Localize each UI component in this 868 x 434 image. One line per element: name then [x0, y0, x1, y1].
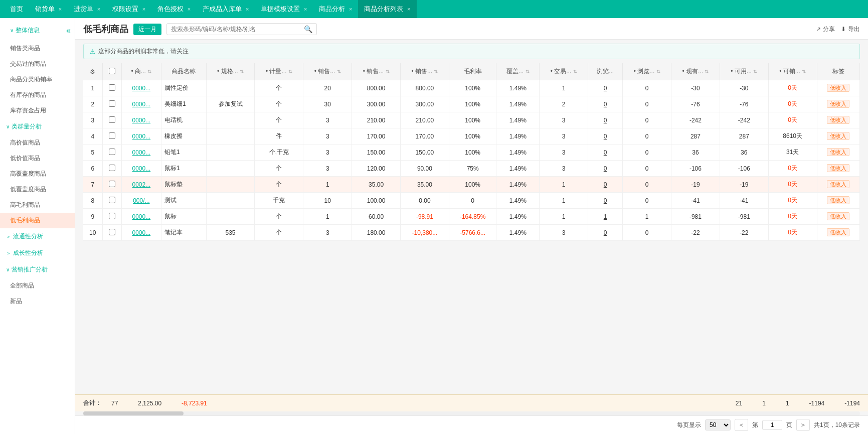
row-view1[interactable]: 0	[588, 225, 623, 241]
row-trade: 3	[540, 144, 588, 161]
page-label: 第	[752, 421, 758, 429]
row-view2: 0	[623, 112, 671, 128]
row-select-checkbox[interactable]	[109, 100, 115, 107]
close-list-icon[interactable]: ×	[407, 6, 410, 12]
close-role-icon[interactable]: ×	[188, 6, 191, 12]
row-view1[interactable]: 0	[588, 161, 623, 177]
row-view1[interactable]: 0	[588, 177, 623, 193]
row-available: -22	[720, 225, 768, 241]
row-select-checkbox[interactable]	[109, 213, 115, 219]
sidebar-item-in-stock[interactable]: 有库存的商品	[0, 87, 75, 103]
sidebar-item-high-coverage[interactable]: 高覆盖度商品	[0, 166, 75, 182]
share-button[interactable]: ↗ 分享	[816, 25, 835, 34]
col-settings[interactable]: ⚙	[83, 63, 102, 80]
close-product-icon[interactable]: ×	[246, 6, 249, 12]
sidebar-item-traded-goods[interactable]: 交易过的商品	[0, 56, 75, 72]
row-select-checkbox[interactable]	[109, 116, 115, 123]
table-body: 1 0000... 属性定价 个 20 800.00 800.00 100% 1…	[83, 80, 860, 241]
row-checkbox[interactable]	[102, 96, 121, 112]
col-checkbox[interactable]	[102, 63, 121, 80]
row-trade: 1	[540, 209, 588, 225]
table-header-row: ⚙ • 商... ⇅ 商品名称 • 规格... ⇅ • 计量... ⇅ • 销售…	[83, 63, 860, 80]
row-view1[interactable]: 0	[588, 96, 623, 112]
row-view1[interactable]: 0	[588, 80, 623, 96]
col-view1: 浏览...	[588, 63, 623, 80]
nav-sales-order[interactable]: 销货单 ×	[29, 0, 68, 18]
nav-template-settings[interactable]: 单据模板设置 ×	[255, 0, 313, 18]
sidebar-item-low-margin[interactable]: 低毛利商品	[0, 213, 75, 228]
row-select-checkbox[interactable]	[109, 197, 115, 203]
close-purchase-icon[interactable]: ×	[97, 6, 100, 12]
row-select-checkbox[interactable]	[109, 229, 115, 235]
row-view1[interactable]: 0	[588, 193, 623, 209]
row-view1[interactable]: 1	[588, 209, 623, 225]
page-size-select[interactable]: 50 100 200	[705, 419, 731, 430]
row-select-checkbox[interactable]	[109, 132, 115, 139]
tag-badge: 低收入	[827, 132, 849, 140]
row-available: -30	[720, 80, 768, 96]
row-coverage: 1.49%	[496, 80, 540, 96]
nav-product-entry[interactable]: 产成品入库单 ×	[197, 0, 255, 18]
row-checkbox[interactable]	[102, 80, 121, 96]
row-checkbox[interactable]	[102, 128, 121, 144]
row-num: 4	[83, 128, 102, 144]
nav-home[interactable]: 首页	[4, 0, 29, 18]
select-all-checkbox[interactable]	[109, 68, 115, 74]
close-permissions-icon[interactable]: ×	[142, 6, 145, 12]
row-view1[interactable]: 0	[588, 112, 623, 128]
total-text: 共1页，10条记录	[814, 421, 860, 429]
export-button[interactable]: ⬇ 导出	[841, 25, 860, 34]
sidebar-item-high-margin[interactable]: 高毛利商品	[0, 197, 75, 213]
prev-page-button[interactable]: ＜	[735, 419, 748, 431]
next-page-button[interactable]: ＞	[796, 419, 810, 431]
sidebar-item-new-goods[interactable]: 新品	[0, 294, 75, 309]
row-code: 0000...	[121, 161, 161, 177]
row-sales-amount: -98.91	[400, 209, 449, 225]
row-checkbox[interactable]	[102, 209, 121, 225]
nav-product-analysis-list[interactable]: 商品分析列表 ×	[358, 0, 416, 18]
close-analysis-icon[interactable]: ×	[349, 6, 352, 12]
row-name: 鼠标垫	[161, 177, 206, 193]
row-checkbox[interactable]	[102, 193, 121, 209]
sidebar-item-high-value[interactable]: 高价值商品	[0, 135, 75, 151]
search-icon[interactable]: 🔍	[304, 25, 312, 33]
sidebar-item-category-rate[interactable]: 商品分类助销率	[0, 72, 75, 87]
row-view1[interactable]: 0	[588, 128, 623, 144]
sidebar-item-sales-category[interactable]: 销售类商品	[0, 41, 75, 56]
row-sellable: 0天	[768, 112, 817, 128]
close-sales-icon[interactable]: ×	[59, 6, 62, 12]
row-view2: 0	[623, 128, 671, 144]
close-template-icon[interactable]: ×	[304, 6, 307, 12]
date-filter-button[interactable]: 近一月	[133, 24, 161, 35]
nav-purchase-order[interactable]: 进货单 ×	[68, 0, 106, 18]
search-input[interactable]	[171, 26, 304, 33]
row-checkbox[interactable]	[102, 177, 121, 193]
page-input[interactable]	[762, 420, 782, 430]
sidebar-section-cluster[interactable]: ∨ 类群量分析	[0, 118, 75, 135]
row-view1[interactable]: 0	[588, 144, 623, 161]
sidebar-section-flow[interactable]: ＞ 流通性分析	[0, 228, 75, 245]
row-select-checkbox[interactable]	[109, 84, 115, 91]
nav-product-analysis[interactable]: 商品分析 ×	[313, 0, 358, 18]
sidebar-section-growth[interactable]: ＞ 成长性分析	[0, 245, 75, 261]
horizontal-scrollbar[interactable]	[83, 411, 860, 415]
arrow-icon-flow: ＞	[6, 233, 11, 240]
nav-permissions[interactable]: 权限设置 ×	[106, 0, 151, 18]
sidebar-section-overall[interactable]: ∨ 整体信息	[4, 22, 46, 39]
row-checkbox[interactable]	[102, 161, 121, 177]
row-checkbox[interactable]	[102, 144, 121, 161]
sidebar-section-marketing[interactable]: ∨ 营销推广分析	[0, 261, 75, 278]
nav-role-auth[interactable]: 角色授权 ×	[151, 0, 197, 18]
row-select-checkbox[interactable]	[109, 149, 115, 155]
sidebar-item-capital[interactable]: 库存资金占用	[0, 103, 75, 118]
sidebar-item-low-coverage[interactable]: 低覆盖度商品	[0, 182, 75, 197]
row-checkbox[interactable]	[102, 112, 121, 128]
row-checkbox[interactable]	[102, 225, 121, 241]
scrollbar-thumb[interactable]	[83, 411, 184, 415]
sidebar-collapse-btn[interactable]: «	[64, 26, 73, 35]
sidebar-item-all-goods[interactable]: 全部商品	[0, 278, 75, 294]
row-select-checkbox[interactable]	[109, 181, 115, 187]
row-unit: 个	[255, 161, 303, 177]
sidebar-item-low-value[interactable]: 低价值商品	[0, 151, 75, 166]
row-select-checkbox[interactable]	[109, 165, 115, 171]
